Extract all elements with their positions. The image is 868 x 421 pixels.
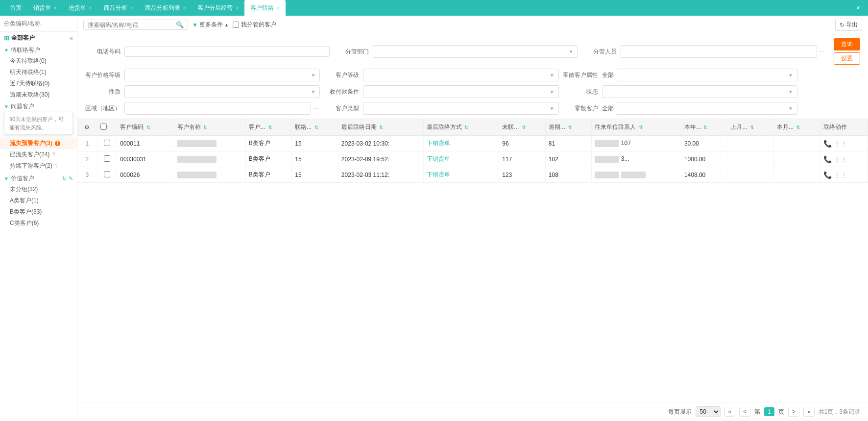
export-label: 导出: [846, 21, 858, 29]
customer-type-select[interactable]: ▼: [363, 102, 558, 115]
action-menu-icon-1[interactable]: ⋮⋮: [834, 140, 847, 148]
col-uncontacted[interactable]: 未联... ⇅: [499, 119, 546, 136]
export-icon: ↻: [840, 22, 844, 28]
sidebar-item-7days[interactable]: 近7天待联络(0): [0, 78, 77, 89]
retail-attr-select[interactable]: ▼: [616, 69, 797, 81]
cell-uncontacted-1: 96: [499, 136, 546, 151]
price-grade-select[interactable]: ▼: [124, 69, 320, 81]
collapse-icon[interactable]: «: [70, 35, 73, 42]
value-group-edit-icon[interactable]: ✎: [69, 175, 73, 182]
tab-purchase-close[interactable]: ×: [89, 5, 92, 11]
col-last-contact-date[interactable]: 最后联络日期 ⇅: [338, 119, 423, 136]
person-dots[interactable]: ···: [817, 48, 826, 55]
tab-home[interactable]: 首页: [4, 0, 27, 16]
col-unit-contact[interactable]: 往来单位联系人 ⇅: [592, 119, 681, 136]
sidebar-item-ungrouped[interactable]: 未分组(32): [0, 184, 77, 195]
col-customer-code[interactable]: 客户编码 ⇅: [117, 119, 174, 136]
tab-sales[interactable]: 销货单 ×: [27, 0, 63, 16]
select-all-checkbox[interactable]: [100, 124, 107, 130]
col-last-month[interactable]: 上月... ⇅: [727, 119, 774, 136]
row-1-checkbox[interactable]: [104, 140, 110, 146]
action-call-icon-1[interactable]: 📞: [823, 140, 832, 148]
link-way-2[interactable]: 下销货单: [427, 155, 450, 162]
tab-analysis-list-close[interactable]: ×: [183, 5, 186, 11]
region-select[interactable]: [124, 102, 311, 115]
action-menu-icon-2[interactable]: ⋮⋮: [834, 155, 847, 163]
sidebar-search-input[interactable]: [4, 20, 77, 27]
person-select[interactable]: [621, 45, 817, 58]
advanced-filter: 电话号码 分管部门 ▼ 分管人员 ···: [77, 34, 868, 119]
link-way-1[interactable]: 下销货单: [427, 140, 450, 147]
row-3-checkbox[interactable]: [104, 171, 110, 177]
action-call-icon-3[interactable]: 📞: [823, 171, 832, 179]
sidebar-item-overdue[interactable]: 逾期未联络(30): [0, 89, 77, 100]
filter-search-input[interactable]: [88, 22, 176, 28]
col-this-year[interactable]: 本年... ⇅: [681, 119, 727, 136]
sidebar-all-customers[interactable]: ⊞ 全部客户 «: [0, 32, 77, 44]
my-customers-checkbox[interactable]: [233, 22, 239, 28]
export-btn[interactable]: ↻ 导出: [835, 19, 862, 31]
first-page-btn[interactable]: «: [724, 407, 736, 417]
dept-select[interactable]: ▼: [373, 45, 578, 58]
sidebar-group-pending[interactable]: ▼ 待联络客户: [0, 44, 77, 55]
value-group-label: 价值客户: [11, 174, 34, 183]
status-select[interactable]: ▼: [602, 85, 797, 98]
col-this-month[interactable]: 本月... ⇅: [774, 119, 820, 136]
tab-analysis[interactable]: 商品分析 ×: [98, 0, 139, 16]
churned-help-icon[interactable]: ?: [52, 152, 55, 157]
settings-icon[interactable]: ⚙: [84, 124, 90, 131]
window-close-btn[interactable]: ×: [852, 4, 864, 12]
value-group-refresh-icon[interactable]: ↻: [62, 175, 67, 182]
cell-contact-1: 15: [292, 136, 338, 151]
tab-analysis-close[interactable]: ×: [130, 5, 133, 11]
sidebar-group-value[interactable]: ▼ 价值客户 ↻ ✎: [0, 172, 77, 184]
sidebar-item-declining[interactable]: 持续下滑客户(2) ?: [0, 160, 77, 172]
query-btn[interactable]: 查询: [834, 38, 860, 50]
col-settings[interactable]: ⚙: [77, 119, 97, 136]
tab-customer-contact[interactable]: 客户联络 ×: [244, 0, 286, 16]
sidebar-item-tomorrow[interactable]: 明天待联络(1): [0, 67, 77, 78]
region-dots[interactable]: ···: [311, 105, 320, 112]
phone-input[interactable]: [124, 46, 330, 57]
page-size-select[interactable]: 50 100 200: [696, 406, 721, 417]
nature-select[interactable]: ▼: [124, 85, 320, 98]
tab-analysis-list[interactable]: 商品分析列表 ×: [139, 0, 192, 16]
tab-sales-close[interactable]: ×: [54, 5, 57, 11]
funnel-icon: ▼: [192, 22, 198, 28]
cell-contact-3: 15: [292, 167, 338, 183]
col-contact-count[interactable]: 联络... ⇅: [292, 119, 338, 136]
sidebar-item-class-a[interactable]: A类客户(1): [0, 195, 77, 206]
col-last-contact-way[interactable]: 最后联络方式 ⇅: [424, 119, 499, 136]
declining-help-icon[interactable]: ?: [55, 163, 58, 169]
tab-purchase[interactable]: 进货单 ×: [63, 0, 98, 16]
grade-select[interactable]: ▼: [363, 69, 558, 81]
sidebar-item-today[interactable]: 今天待联络(0): [0, 55, 77, 67]
retail-customer-select[interactable]: ▼: [616, 102, 797, 115]
filter-search-icon[interactable]: 🔍: [176, 21, 184, 28]
sidebar-item-class-b[interactable]: B类客户(33): [0, 206, 77, 218]
price-grade-label: 客户价格等级: [85, 71, 121, 79]
payment-select[interactable]: ▼: [363, 85, 558, 98]
next-page-btn[interactable]: >: [788, 407, 799, 417]
last-page-btn[interactable]: »: [803, 407, 815, 417]
filter-field-price-grade: 客户价格等级 ▼: [85, 69, 320, 81]
col-overdue[interactable]: 逾期... ⇅: [545, 119, 592, 136]
sidebar-group-problem[interactable]: ▼ 问题客户: [0, 100, 77, 112]
settings-btn[interactable]: 设置: [834, 52, 860, 65]
my-customers-checkbox-label[interactable]: 我分管的客户: [233, 21, 276, 29]
link-way-3[interactable]: 下销货单: [427, 171, 450, 178]
action-call-icon-2[interactable]: 📞: [823, 155, 832, 163]
tab-customer-segment-close[interactable]: ×: [236, 5, 239, 11]
col-customer-name[interactable]: 客户名称 ⇅: [174, 119, 245, 136]
row-2-checkbox[interactable]: [104, 155, 110, 162]
sidebar-item-class-c[interactable]: C类客户(6): [0, 218, 77, 229]
tab-customer-contact-close[interactable]: ×: [277, 5, 280, 11]
col-customer-type[interactable]: 客户... ⇅: [245, 119, 292, 136]
sidebar-item-churn-warning[interactable]: 流失预警客户(3) !: [0, 138, 77, 149]
prev-page-btn[interactable]: <: [739, 407, 750, 417]
sidebar-item-churned[interactable]: 已流失客户(24) ?: [0, 149, 77, 160]
action-menu-icon-3[interactable]: ⋮⋮: [834, 171, 847, 179]
tab-customer-segment[interactable]: 客户分层经营 ×: [192, 0, 244, 16]
cell-index-2: 2: [77, 151, 97, 167]
filter-more-btn[interactable]: ▼ 更多条件 ▲: [192, 21, 229, 29]
